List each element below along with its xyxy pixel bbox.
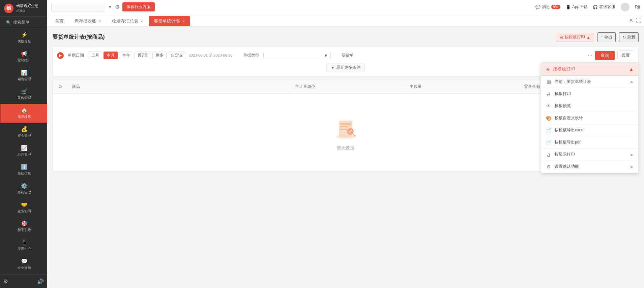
dropdown-template-pdf[interactable]: 📄 按模板导出pdf bbox=[541, 136, 638, 149]
filter-settings-button[interactable]: 设置 bbox=[617, 51, 634, 60]
appstore-label: 应用中心 bbox=[18, 247, 31, 251]
user-name: Rit bbox=[635, 5, 640, 9]
sidebar-item-inventory[interactable]: 🏠 库存核算 bbox=[0, 104, 47, 123]
dropdown-template-preview[interactable]: 👁 模板预览 bbox=[541, 100, 638, 112]
tab-revenue-summary[interactable]: 收发存汇总表 ✕ bbox=[107, 16, 148, 26]
tab-fullscreen-button[interactable]: ⛶ bbox=[636, 17, 641, 24]
export-label: 导出 bbox=[604, 34, 612, 40]
dropdown-current-template[interactable]: ▦ 当前：要货单统计表 ▶ bbox=[541, 76, 638, 88]
sidebar-item-appstore[interactable]: 📱 应用中心 bbox=[0, 236, 47, 255]
sidebar-item-basic[interactable]: ℹ️ 基础信息 bbox=[0, 160, 47, 179]
sidebar-item-enterprise[interactable]: 🤝 企业协同 bbox=[0, 198, 47, 217]
topbar-right: 💬 消息 99+ 📱 App下载 🎧 在线客服 Rit bbox=[535, 3, 640, 11]
default-fn-label: 设置默认功能 bbox=[555, 164, 579, 169]
sidebar-bottom: ⚙ 🔊 bbox=[0, 275, 47, 288]
page-actions: 🖨 按模板打印 ▲ ↑ 导出 ↻ 刷新 bbox=[556, 32, 639, 42]
date-last7-btn[interactable]: 近7天 bbox=[135, 52, 151, 59]
online-service-item[interactable]: 🎧 在线客服 bbox=[593, 4, 615, 10]
print-btn-label: 按模板打印 bbox=[565, 34, 585, 40]
template-print-label: 模板打印 bbox=[555, 91, 571, 97]
sidebar-item-newbie[interactable]: 🎯 新手引导 bbox=[0, 217, 47, 236]
system-icon: ⚙️ bbox=[21, 183, 28, 189]
tab-order-stats-close[interactable]: ✕ bbox=[182, 20, 185, 23]
main-area: ▼ ⚙ 体验行业方案 💬 消息 99+ 📱 App下载 🎧 在线客服 Rit bbox=[47, 0, 644, 288]
col-product-label: 商品 bbox=[72, 84, 80, 89]
quick-nav-icon: ⚡ bbox=[21, 32, 28, 38]
tab-revenue-summary-close[interactable]: ✕ bbox=[140, 20, 143, 23]
sidebar-item-sales[interactable]: 📊 销售管理 bbox=[0, 66, 47, 85]
sidebar-item-wechat[interactable]: 💬 企业微信 bbox=[0, 255, 47, 274]
dropdown-print-icon: 🖨 bbox=[546, 67, 550, 72]
date-range-display: 2023-06-01 至 2023-06-30 bbox=[189, 53, 233, 58]
sidebar-item-quick-nav[interactable]: ⚡ 快捷导航 bbox=[0, 28, 47, 47]
tab-inventory-batch-close[interactable]: ✕ bbox=[98, 20, 101, 23]
print-dropdown-chevron[interactable]: ▲ bbox=[586, 35, 590, 40]
settings-icon[interactable]: ⚙ bbox=[3, 278, 8, 285]
date-prev-month-btn[interactable]: 上月 bbox=[88, 52, 102, 59]
search-menu-label: 搜索菜单 bbox=[13, 20, 29, 25]
dropdown-up-chevron[interactable]: ▲ bbox=[629, 66, 634, 72]
print-dropdown-menu: 🖨 按模板打印 ▲ ▦ 当前：要货单统计表 ▶ 🖨 模板打印 👁 模板预览 bbox=[541, 62, 639, 173]
industry-solution-button[interactable]: 体验行业方案 bbox=[122, 2, 155, 11]
expand-filter-icon[interactable]: ▶ bbox=[57, 52, 64, 59]
tab-home[interactable]: 首页 bbox=[50, 16, 69, 26]
topbar-dropdown-icon[interactable]: ▼ bbox=[108, 4, 112, 9]
sidebar-item-purchase[interactable]: 🛒 采购管理 bbox=[0, 85, 47, 104]
order-type-label: 单据类型 bbox=[243, 53, 259, 58]
dropdown-template-print[interactable]: 🖨 模板打印 bbox=[541, 88, 638, 100]
print-template-button[interactable]: 🖨 按模板打印 ▲ bbox=[556, 33, 594, 42]
template-preview-icon: 👁 bbox=[546, 103, 551, 109]
template-preview-label: 模板预览 bbox=[555, 103, 571, 109]
svg-point-6 bbox=[354, 135, 356, 137]
messages-label: 消息 bbox=[542, 4, 550, 10]
date-custom-btn[interactable]: 自定义 bbox=[168, 52, 186, 59]
expand-btn-label: 展开更多条件 bbox=[336, 65, 360, 70]
dropdown-template-design[interactable]: 🎨 模板自定义设计 bbox=[541, 112, 638, 124]
sidebar-item-operations[interactable]: 📈 经营管理 bbox=[0, 141, 47, 160]
speaker-icon[interactable]: 🔊 bbox=[37, 278, 44, 285]
sidebar-item-finance[interactable]: 💰 资金管理 bbox=[0, 123, 47, 141]
dropdown-display-print[interactable]: 🖨 按显示打印 ▶ bbox=[541, 149, 638, 161]
date-current-month-btn[interactable]: 本月 bbox=[104, 52, 118, 59]
purchase-icon: 🛒 bbox=[21, 88, 28, 95]
template-excel-icon: 📄 bbox=[546, 128, 551, 133]
topbar-search-input[interactable] bbox=[51, 3, 105, 11]
tab-order-stats[interactable]: 要货单统计表 ✕ bbox=[149, 16, 190, 26]
refresh-button[interactable]: ↻ 刷新 bbox=[619, 32, 639, 42]
basic-label: 基础信息 bbox=[18, 171, 31, 176]
dropdown-template-excel[interactable]: 📄 按模板导出excel bbox=[541, 124, 638, 136]
col-unit-label: 主计量单位 bbox=[295, 84, 315, 89]
tab-close-all-button[interactable]: ✕ bbox=[629, 17, 633, 24]
operations-icon: 📈 bbox=[21, 145, 28, 151]
sidebar-item-system[interactable]: ⚙️ 系统管理 bbox=[0, 179, 47, 198]
expand-conditions-button[interactable]: ▼ 展开更多条件 bbox=[326, 63, 365, 72]
sidebar-item-marketing[interactable]: 📢 营销推广 bbox=[0, 47, 47, 66]
query-button[interactable]: 查询 bbox=[595, 51, 615, 60]
col-settings-icon: ⚙ bbox=[58, 85, 62, 89]
newbie-label: 新手引导 bbox=[18, 228, 31, 232]
topbar-settings-icon[interactable]: ⚙ bbox=[115, 4, 120, 10]
system-label: 系统管理 bbox=[18, 190, 31, 195]
col-qty-label: 主数量 bbox=[410, 84, 422, 89]
date-more-btn[interactable]: 更多 bbox=[152, 52, 167, 59]
app-download-item[interactable]: 📱 App下载 bbox=[566, 4, 587, 10]
finance-label: 资金管理 bbox=[18, 133, 31, 138]
tab-inventory-batch[interactable]: 库存批次账 ✕ bbox=[69, 16, 106, 26]
wechat-label: 企业微信 bbox=[18, 265, 31, 270]
inventory-icon: 🏠 bbox=[21, 107, 28, 114]
display-print-left: 🖨 按显示打印 bbox=[546, 152, 575, 157]
th-settings[interactable]: ⚙ bbox=[56, 85, 69, 89]
export-button[interactable]: ↑ 导出 bbox=[597, 32, 616, 42]
filter-row-date: ▶ 单据日期 上月 本月 本年 近7天 更多 自定义 2023-06-01 至 … bbox=[57, 51, 634, 60]
dropdown-default-fn[interactable]: ⚙ 设置默认功能 ▶ bbox=[541, 161, 638, 173]
current-template-arrow: ▶ bbox=[631, 79, 634, 84]
search-menu[interactable]: 🔍 搜索菜单 bbox=[0, 17, 47, 28]
basic-icon: ℹ️ bbox=[21, 164, 28, 170]
order-type-select[interactable]: ▼ bbox=[263, 52, 331, 59]
finance-icon: 💰 bbox=[21, 126, 28, 132]
messages-item[interactable]: 💬 消息 99+ bbox=[535, 4, 560, 10]
sidebar-logo: 畅 畅康通好生意 标准版 bbox=[0, 0, 47, 17]
date-current-year-btn[interactable]: 本年 bbox=[119, 52, 133, 59]
filter-more-options-button[interactable]: ··· bbox=[588, 53, 592, 59]
user-avatar[interactable] bbox=[621, 3, 630, 11]
